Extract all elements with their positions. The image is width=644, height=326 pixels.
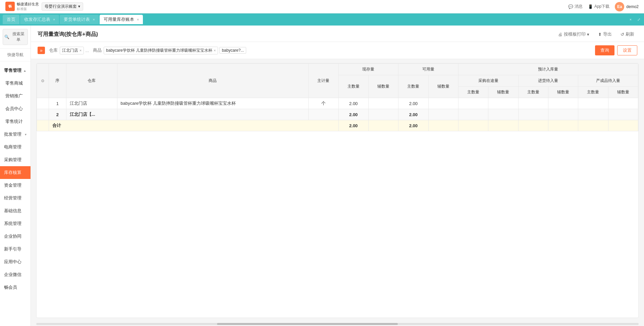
sidebar-item-retail-mall-label: 零售商城 (5, 80, 23, 86)
td-avail-aux (428, 98, 458, 109)
print-label: 按模板打印 (564, 31, 586, 37)
message-button[interactable]: 💬 消息 (568, 4, 583, 9)
sidebar-item-operations-label: 经营管理 (4, 195, 21, 201)
gd-avail-aux (428, 109, 458, 120)
logo-icon: 畅 (5, 2, 15, 11)
table-row-group: 2 江北门店【... 2.00 2.00 (37, 109, 638, 120)
sidebar-item-finance[interactable]: 资金管理 (0, 179, 31, 192)
sidebar-item-member[interactable]: 畅会员 (0, 281, 31, 294)
sidebar-item-app-center[interactable]: 应用中心 (0, 255, 31, 268)
warehouse-tag-jiangbei[interactable]: 江北门店 × (60, 47, 84, 54)
refresh-button[interactable]: ↺ 刷新 (618, 30, 637, 39)
quick-nav-button[interactable]: 快捷导航 (0, 49, 31, 61)
sidebar-item-wholesale-mgmt[interactable]: 批发管理 ▾ (0, 128, 31, 141)
window-controls: × ⤢ (628, 17, 641, 22)
sidebar-item-inventory-label: 库存核算 (4, 170, 21, 176)
search-icon: 🔍 (4, 35, 9, 39)
th-current-stock: 现存量 (338, 64, 398, 75)
warehouse-filter-more[interactable]: ... (85, 48, 89, 53)
gd-no: 2 (49, 109, 66, 120)
setting-button[interactable]: 设置 (617, 45, 637, 55)
warehouse-filter: 仓库 江北门店 × ... (49, 47, 89, 54)
sidebar-item-basic-info[interactable]: 基础信息 (0, 204, 31, 217)
sidebar-item-operations[interactable]: 经营管理 (0, 192, 31, 204)
industry-selector[interactable]: 母婴行业演示账套 ▾ (42, 2, 83, 11)
td-current-aux (368, 98, 398, 109)
sidebar-item-member-label: 畅会员 (4, 284, 17, 290)
td-settings (37, 98, 49, 109)
refresh-icon: ↺ (621, 32, 624, 37)
sidebar-item-retail-mgmt-label: 零售管理 (4, 67, 21, 74)
product-tag-babycare[interactable]: babycare学饮杯 儿童防摔防撞吸管杯重力球吸嘴杯宝宝水杯 × (104, 47, 218, 54)
td-incoming-aux (548, 98, 578, 109)
gd-incoming-aux (548, 109, 578, 120)
window-maximize-btn[interactable]: ⤢ (636, 17, 641, 22)
tab-order-stats-label: 要货单统计表 (64, 16, 90, 22)
tab-order-stats[interactable]: 要货单统计表 × (60, 15, 99, 24)
sidebar-item-purchase-label: 采购管理 (4, 157, 21, 163)
user-area[interactable]: Ea demo2 (615, 2, 639, 11)
main-layout: 🔍 搜索菜单 快捷导航 零售管理 ▲ 零售商城 营销推广 会员中心 零售统计 (0, 26, 644, 326)
tab-available-stock[interactable]: 可用量库存账本 × (100, 15, 143, 24)
sidebar-item-inventory[interactable]: 库存核算 (0, 166, 31, 179)
search-menu-label: 搜索菜单 (11, 31, 26, 43)
sidebar-item-member-center-label: 会员中心 (5, 106, 23, 112)
window-close-btn[interactable]: × (628, 17, 633, 22)
th-incoming-main: 主数量 (518, 87, 548, 98)
warehouse-tag-label: 江北门店 (62, 48, 78, 53)
footer-current-aux (368, 120, 398, 131)
search-menu-button[interactable]: 🔍 搜索菜单 (3, 29, 28, 45)
brand-name: 畅捷通好生意 (17, 2, 39, 6)
query-button[interactable]: 查询 (595, 45, 614, 55)
product-tag-close-icon[interactable]: × (214, 48, 216, 52)
tab-available-stock-close[interactable]: × (137, 17, 139, 21)
refresh-label: 刷新 (626, 31, 634, 37)
th-current-main: 主数量 (338, 75, 368, 98)
sidebar-item-member-center[interactable]: 会员中心 (0, 102, 31, 115)
footer-purchase-aux (488, 120, 518, 131)
sidebar-search-area: 🔍 搜索菜单 (0, 26, 31, 49)
sidebar-item-sys-mgmt[interactable]: 系统管理 (0, 217, 31, 230)
export-button[interactable]: ⬆ 导出 (595, 30, 615, 39)
sidebar-item-new-guide-label: 新手引导 (4, 246, 21, 252)
th-main-unit: 主计量 (309, 64, 338, 98)
horizontal-scrollbar[interactable] (31, 322, 644, 326)
gd-current-aux (368, 109, 398, 120)
tab-receipts[interactable]: 收发存汇总表 × (20, 15, 59, 24)
download-icon: 📱 (588, 4, 593, 9)
warehouse-tag-close-icon[interactable]: × (79, 48, 82, 52)
sidebar-item-retail-mall[interactable]: 零售商城 (0, 77, 31, 90)
gd-purchase-aux (488, 109, 518, 120)
sidebar-item-enterprise-collab[interactable]: 企业协同 (0, 230, 31, 243)
settings-icon: ⚙ (41, 79, 45, 83)
th-production: 产成品待入量 (578, 75, 638, 87)
tab-receipts-label: 收发存汇总表 (24, 16, 50, 22)
gd-production-aux (608, 109, 638, 120)
footer-purchase-main (458, 120, 488, 131)
sidebar-item-retail-mgmt[interactable]: 零售管理 ▲ (0, 64, 31, 77)
th-settings[interactable]: ⚙ (37, 64, 49, 98)
sidebar-item-ecommerce[interactable]: 电商管理 (0, 141, 31, 153)
sidebar-item-retail-stats[interactable]: 零售统计 (0, 115, 31, 128)
app-download-button[interactable]: 📱 App下载 (588, 4, 609, 9)
sidebar-item-new-guide[interactable]: 新手引导 (0, 243, 31, 255)
gd-unit (309, 109, 338, 120)
print-icon: 🖨 (558, 32, 562, 37)
sidebar-item-purchase[interactable]: 采购管理 (0, 153, 31, 166)
product-tag-babycare2[interactable]: babycare?... (219, 47, 246, 54)
top-bar: 畅 畅捷通好生意 标准版 母婴行业演示账套 ▾ 💬 消息 📱 App下载 Ea … (0, 0, 644, 13)
tab-receipts-close[interactable]: × (53, 17, 55, 21)
tab-order-stats-close[interactable]: × (93, 17, 95, 21)
download-label: App下载 (594, 4, 609, 9)
table-container: ⚙ 序 仓库 商品 主计量 现存量 可用量 预计入库量 主数量 辅数量 主数量 (36, 63, 639, 318)
print-button[interactable]: 🖨 按模板打印 ▾ (555, 30, 592, 39)
sidebar-item-enterprise-wechat[interactable]: 企业微信 (0, 268, 31, 281)
th-no: 序 (49, 64, 66, 98)
tab-home[interactable]: 首页 (3, 15, 19, 24)
industry-chevron-icon: ▾ (78, 4, 80, 9)
th-production-aux: 辅数量 (608, 87, 638, 98)
gd-purchase-main (458, 109, 488, 120)
filter-expand-button[interactable]: » (38, 47, 45, 54)
sidebar-item-marketing[interactable]: 营销推广 (0, 90, 31, 102)
scroll-thumb[interactable] (217, 323, 398, 325)
